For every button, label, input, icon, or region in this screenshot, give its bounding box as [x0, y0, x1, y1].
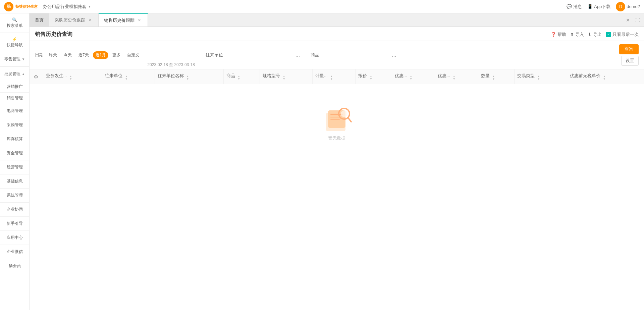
message-btn[interactable]: 💬 消息	[567, 4, 582, 10]
col-product-label: 商品	[226, 73, 235, 78]
sidebar-item-quick-nav[interactable]: ⚡ 快捷导航	[0, 33, 29, 52]
sidebar-item-enterprise-agreement[interactable]: 企业协同	[0, 203, 29, 217]
sidebar-item-newbie[interactable]: 新手引导	[0, 217, 29, 231]
sort-icon-quoted-price[interactable]: ▲▼	[370, 75, 372, 81]
col-partner-code: 往来单位 ▲▼	[102, 69, 155, 84]
settings-button[interactable]: 设置	[621, 56, 639, 66]
sidebar-item-operations[interactable]: 经营管理	[0, 160, 29, 174]
date-option-last1month[interactable]: 近1月	[93, 51, 109, 59]
date-option-custom[interactable]: 自定义	[124, 51, 142, 59]
date-option-today[interactable]: 今天	[61, 51, 74, 59]
empty-illustration	[323, 104, 350, 131]
sidebar-item-basic-info[interactable]: 基础信息	[0, 174, 29, 189]
sidebar-item-search-menu[interactable]: 🔍 搜索菜单	[0, 13, 29, 33]
sidebar-label-system: 系统管理	[7, 193, 23, 198]
sidebar-item-app-center[interactable]: 应用中心	[0, 231, 29, 245]
help-label: 帮助	[557, 32, 566, 38]
maximize-tab-btn[interactable]: ⛶	[634, 16, 641, 24]
tab-purchase-history[interactable]: 采购历史价跟踪 ✕	[49, 13, 99, 27]
chevron-up-icon: ▲	[22, 72, 25, 76]
export-label: 导出	[593, 32, 602, 38]
export-btn[interactable]: ⬇ 导出	[588, 32, 602, 38]
sort-icon-unit[interactable]: ▲▼	[330, 75, 333, 81]
sidebar-item-ecommerce[interactable]: 电商管理	[0, 104, 29, 118]
tab-bar: 首页 采购历史价跟踪 ✕ 销售历史价跟踪 ✕ ✕ ⛶	[30, 13, 644, 27]
sidebar-item-purchase-mgmt[interactable]: 采购管理	[0, 118, 29, 132]
product-filter-input[interactable]	[322, 51, 389, 59]
filter-bar: 日期 昨天 今天 近7天 近1月 更多 自定义 2023-02-18 至 202…	[30, 41, 644, 69]
sort-icon-trade-type[interactable]: ▲▼	[537, 75, 540, 81]
app-download-label: App下载	[594, 4, 610, 10]
sidebar-label-member: 畅会员	[9, 263, 21, 269]
content-area: 首页 采购历史价跟踪 ✕ 销售历史价跟踪 ✕ ✕ ⛶ 销售历史价查询	[30, 13, 644, 310]
sidebar: 🔍 搜索菜单 ⚡ 快捷导航 零售管理 ▼ 批发管理 ▲ 营销推广 销售管理 电商…	[0, 13, 30, 310]
sidebar-item-enterprise-wechat[interactable]: 企业微信	[0, 245, 29, 259]
tab-purchase-history-close[interactable]: ✕	[87, 17, 93, 23]
sidebar-label-app-center: 应用中心	[7, 235, 23, 241]
col-unit-label: 计量...	[315, 73, 328, 78]
product-filter-group: 商品 ...	[311, 51, 396, 59]
sidebar-label-enterprise-wechat: 企业微信	[7, 249, 23, 255]
import-btn[interactable]: ⬆ 导入	[570, 32, 584, 38]
app-selector[interactable]: 办公用品行业模拟账套 ▼	[40, 2, 94, 11]
partner-filter-input[interactable]	[226, 51, 293, 59]
sort-icon-spec[interactable]: ▲▼	[283, 75, 285, 81]
partner-filter-dots[interactable]: ...	[296, 52, 300, 58]
date-filter-group: 日期 昨天 今天 近7天 近1月 更多 自定义	[35, 51, 142, 59]
product-filter-dots[interactable]: ...	[392, 52, 396, 58]
sidebar-item-retail-mgmt[interactable]: 零售管理 ▼	[0, 52, 29, 67]
only-last-checkbox[interactable]: ✓ 只看最后一次	[606, 32, 639, 38]
col-quoted-price: 报价 ▲▼	[356, 69, 392, 84]
sort-icon-discount2[interactable]: ▲▼	[453, 75, 455, 81]
sort-icon-pretax-price[interactable]: ▲▼	[603, 75, 606, 81]
col-spec: 规格型号 ▲▼	[260, 69, 313, 84]
svg-point-6	[341, 110, 347, 117]
sidebar-label-quick-nav: 快捷导航	[7, 42, 23, 48]
logo-icon: 畅	[4, 2, 13, 11]
sort-icon-partner-code[interactable]: ▲▼	[125, 75, 128, 81]
quick-nav-icon: ⚡	[12, 37, 17, 42]
sort-icon-quantity[interactable]: ▲▼	[492, 75, 495, 81]
sort-icon-business-date[interactable]: ▲▼	[69, 75, 72, 81]
table-settings-icon[interactable]: ⚙	[34, 74, 38, 80]
query-button[interactable]: 查询	[619, 44, 639, 54]
username: demo2	[627, 4, 640, 9]
partner-filter-label: 往来单位	[206, 52, 223, 58]
sort-icon-product[interactable]: ▲▼	[237, 75, 240, 81]
data-table: ⚙ 业务发生... ▲▼ 往来单位 ▲▼ 往来单位名称	[30, 69, 644, 84]
header-left: 畅 畅捷信好生意 办公用品行业模拟账套 ▼	[4, 2, 94, 11]
tab-home[interactable]: 首页	[30, 13, 49, 27]
sidebar-label-wholesale-mgmt: 批发管理	[4, 71, 20, 77]
sidebar-item-wholesale-mgmt[interactable]: 批发管理 ▲	[0, 67, 29, 81]
close-tab-btn[interactable]: ✕	[625, 16, 631, 24]
sidebar-item-member[interactable]: 畅会员	[0, 259, 29, 273]
svg-line-7	[348, 117, 351, 122]
date-option-yesterday[interactable]: 昨天	[46, 51, 60, 59]
sidebar-item-sales-mgmt[interactable]: 销售管理	[0, 93, 29, 104]
download-icon: 📱	[587, 4, 593, 9]
sidebar-item-finance[interactable]: 资金管理	[0, 146, 29, 160]
col-trade-type: 交易类型 ▲▼	[515, 69, 567, 84]
table-header: ⚙ 业务发生... ▲▼ 往来单位 ▲▼ 往来单位名称	[30, 69, 644, 84]
tab-home-label: 首页	[35, 17, 44, 23]
tab-purchase-history-label: 采购历史价跟踪	[55, 17, 85, 23]
date-option-last7days[interactable]: 近7天	[76, 51, 92, 59]
date-option-more[interactable]: 更多	[110, 51, 123, 59]
col-discount2-label: 优惠...	[438, 73, 450, 78]
search-menu-icon: 🔍	[12, 17, 17, 22]
user-btn[interactable]: D demo2	[616, 2, 640, 11]
sidebar-label-retail-mgmt: 零售管理	[4, 56, 20, 62]
col-product: 商品 ▲▼	[223, 69, 260, 84]
sidebar-item-system[interactable]: 系统管理	[0, 189, 29, 203]
tab-sales-history[interactable]: 销售历史价跟踪 ✕	[99, 13, 148, 27]
help-btn[interactable]: ❓ 帮助	[551, 32, 566, 38]
sidebar-item-inventory[interactable]: 库存核算	[0, 132, 29, 146]
sort-icon-partner-name[interactable]: ▲▼	[186, 75, 189, 81]
sidebar-item-marketing[interactable]: 营销推广	[0, 81, 29, 93]
partner-filter-group: 往来单位 ...	[206, 51, 300, 59]
tab-sales-history-close[interactable]: ✕	[137, 17, 142, 23]
sort-icon-discount1[interactable]: ▲▼	[410, 75, 412, 81]
help-icon: ❓	[551, 32, 556, 37]
app-download-btn[interactable]: 📱 App下载	[587, 4, 610, 10]
col-quantity: 数量 ▲▼	[478, 69, 514, 84]
